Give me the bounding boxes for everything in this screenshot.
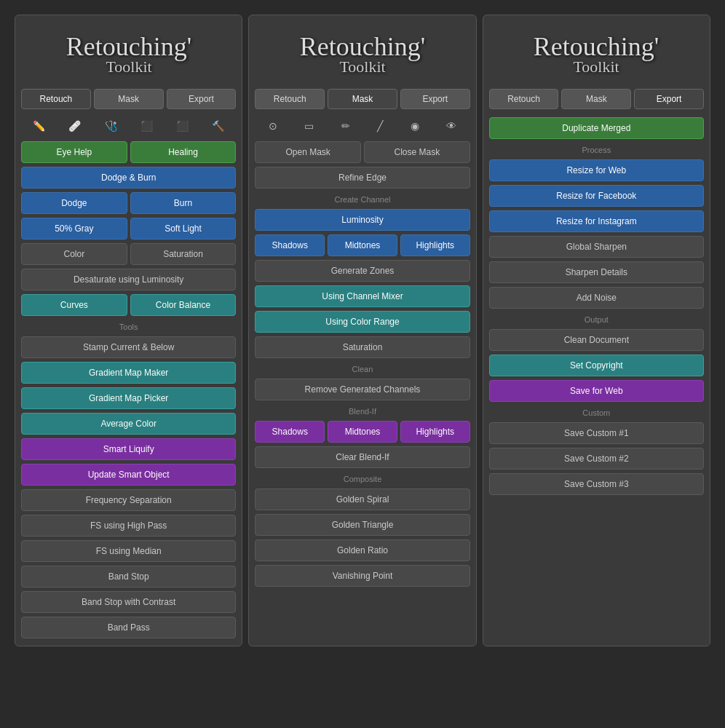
btn-luminosity[interactable]: Luminosity — [255, 209, 470, 231]
btn-golden-triangle[interactable]: Golden Triangle — [255, 514, 470, 536]
btn-sharpen-details[interactable]: Sharpen Details — [489, 261, 704, 283]
btn-band-stop[interactable]: Band Stop — [21, 566, 236, 587]
btn-row: ColorSaturation — [21, 243, 236, 265]
btn-highlights[interactable]: Highlights — [400, 234, 470, 256]
btn-resize-for-facebook[interactable]: Resize for Facebook — [489, 185, 704, 207]
btn-resize-for-instagram[interactable]: Resize for Instagram — [489, 210, 704, 232]
tool-icon-4[interactable]: ◉ — [411, 120, 419, 132]
btn-save-for-web[interactable]: Save for Web — [489, 380, 704, 402]
btn-soft-light[interactable]: Soft Light — [130, 218, 237, 240]
section-label: Custom — [489, 408, 704, 417]
btn-clear-blend-if[interactable]: Clear Blend-If — [255, 446, 470, 468]
tool-icon-5[interactable]: 🔨 — [212, 120, 224, 132]
btn-color-balance[interactable]: Color Balance — [130, 294, 237, 316]
btn-golden-spiral[interactable]: Golden Spiral — [255, 488, 470, 510]
tab-mask[interactable]: Mask — [94, 89, 164, 109]
panel-export: Retouching' Toolkit RetouchMaskExportDup… — [483, 15, 710, 646]
btn-shadows[interactable]: Shadows — [255, 421, 325, 443]
svg-text:Toolkit: Toolkit — [339, 58, 385, 76]
btn-dodge[interactable]: Dodge — [21, 192, 127, 214]
btn-band-pass[interactable]: Band Pass — [21, 617, 236, 638]
btn-resize-for-web[interactable]: Resize for Web — [489, 159, 704, 181]
btn-row3: ShadowsMidtonesHighlights — [255, 234, 470, 256]
btn-using-channel-mixer[interactable]: Using Channel Mixer — [255, 285, 470, 307]
tab-row: RetouchMaskExport — [489, 89, 704, 109]
tool-icon-3[interactable]: ╱ — [377, 120, 383, 132]
tool-icon-2[interactable]: 🩺 — [105, 120, 117, 132]
tool-icon-0[interactable]: ✏️ — [33, 120, 45, 132]
svg-text:Toolkit: Toolkit — [106, 58, 151, 76]
tab-export[interactable]: Export — [400, 89, 470, 109]
btn-save-custom-3[interactable]: Save Custom #3 — [489, 473, 704, 495]
tool-icon-4[interactable]: ⬛ — [176, 120, 189, 132]
btn-row: DodgeBurn — [21, 192, 236, 214]
btn-duplicate-merged[interactable]: Duplicate Merged — [489, 117, 704, 139]
panel-mask: Retouching' Toolkit RetouchMaskExport⊙▭✏… — [248, 15, 476, 646]
btn-midtones[interactable]: Midtones — [328, 234, 397, 256]
svg-text:Retouching': Retouching' — [534, 32, 659, 61]
btn-global-sharpen[interactable]: Global Sharpen — [489, 236, 704, 258]
btn-using-color-range[interactable]: Using Color Range — [255, 311, 470, 333]
btn-band-stop-with-contrast[interactable]: Band Stop with Contrast — [21, 591, 236, 613]
btn-add-noise[interactable]: Add Noise — [489, 287, 704, 309]
btn-desaturate-using-luminosity[interactable]: Desaturate using Luminosity — [21, 269, 236, 290]
tool-icon-3[interactable]: ⬛ — [140, 120, 153, 132]
section-label: Output — [489, 315, 704, 324]
btn-saturation[interactable]: Saturation — [130, 243, 237, 265]
btn-frequency-separation[interactable]: Frequency Separation — [21, 489, 236, 511]
tab-row: RetouchMaskExport — [21, 89, 236, 109]
btn-save-custom-2[interactable]: Save Custom #2 — [489, 448, 704, 470]
btn-fs-using-high-pass[interactable]: FS using High Pass — [21, 515, 236, 537]
btn-saturation[interactable]: Saturation — [255, 336, 470, 358]
section-label: Composite — [255, 475, 470, 483]
tab-export[interactable]: Export — [634, 89, 704, 109]
btn-update-smart-object[interactable]: Update Smart Object — [21, 464, 236, 486]
logo-area: Retouching' Toolkit — [21, 23, 236, 81]
btn-highlights[interactable]: Highlights — [400, 421, 470, 443]
btn-midtones[interactable]: Midtones — [328, 421, 397, 443]
btn-close-mask[interactable]: Close Mask — [364, 141, 470, 163]
tab-mask[interactable]: Mask — [561, 89, 631, 109]
btn-fs-using-median[interactable]: FS using Median — [21, 540, 236, 562]
tab-retouch[interactable]: Retouch — [21, 89, 91, 109]
btn-row3: ShadowsMidtonesHighlights — [255, 421, 470, 443]
main-wrapper: Retouching' Toolkit RetouchMaskExport✏️🩹… — [7, 7, 718, 654]
tool-icon-1[interactable]: 🩹 — [68, 120, 81, 132]
btn-golden-ratio[interactable]: Golden Ratio — [255, 539, 470, 561]
btn-row: Eye HelpHealing — [21, 141, 236, 163]
tool-icon-5[interactable]: 👁 — [446, 120, 456, 132]
btn-dodge--burn[interactable]: Dodge & Burn — [21, 167, 236, 189]
btn-burn[interactable]: Burn — [130, 192, 237, 214]
btn-color[interactable]: Color — [21, 243, 127, 265]
btn-gradient-map-maker[interactable]: Gradient Map Maker — [21, 362, 236, 384]
tab-retouch[interactable]: Retouch — [255, 89, 325, 109]
btn-healing[interactable]: Healing — [130, 141, 237, 163]
btn-curves[interactable]: Curves — [21, 294, 127, 316]
btn-generate-zones[interactable]: Generate Zones — [255, 260, 470, 282]
tab-mask[interactable]: Mask — [328, 89, 397, 109]
btn-row: Open MaskClose Mask — [255, 141, 470, 163]
tab-export[interactable]: Export — [167, 89, 237, 109]
btn-eye-help[interactable]: Eye Help — [21, 141, 127, 163]
btn-50-gray[interactable]: 50% Gray — [21, 218, 127, 240]
btn-open-mask[interactable]: Open Mask — [255, 141, 361, 163]
tool-icon-1[interactable]: ▭ — [304, 120, 314, 132]
btn-gradient-map-picker[interactable]: Gradient Map Picker — [21, 387, 236, 409]
tab-retouch[interactable]: Retouch — [489, 89, 559, 109]
btn-stamp-current--below[interactable]: Stamp Current & Below — [21, 336, 236, 358]
logo-area: Retouching' Toolkit — [255, 23, 470, 81]
tool-icon-0[interactable]: ⊙ — [269, 120, 277, 132]
btn-refine-edge[interactable]: Refine Edge — [255, 167, 470, 189]
tool-icon-2[interactable]: ✏ — [341, 120, 350, 132]
btn-smart-liquify[interactable]: Smart Liquify — [21, 438, 236, 460]
btn-remove-generated-channels[interactable]: Remove Generated Channels — [255, 379, 470, 400]
btn-set-copyright[interactable]: Set Copyright — [489, 355, 704, 376]
btn-clean-document[interactable]: Clean Document — [489, 329, 704, 351]
btn-shadows[interactable]: Shadows — [255, 234, 325, 256]
btn-save-custom-1[interactable]: Save Custom #1 — [489, 422, 704, 444]
btn-row: CurvesColor Balance — [21, 294, 236, 316]
btn-average-color[interactable]: Average Color — [21, 413, 236, 435]
btn-vanishing-point[interactable]: Vanishing Point — [255, 565, 470, 587]
panel-retouch: Retouching' Toolkit RetouchMaskExport✏️🩹… — [15, 15, 242, 646]
icon-row: ✏️🩹🩺⬛⬛🔨 — [21, 117, 236, 135]
